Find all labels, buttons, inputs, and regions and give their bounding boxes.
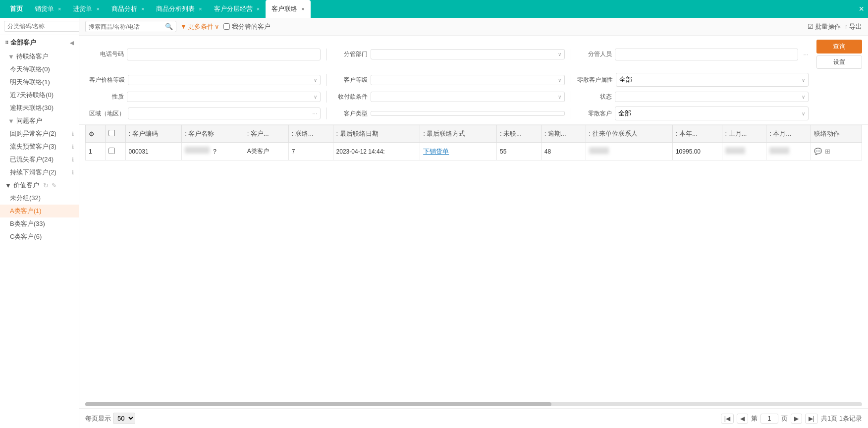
prev-page-btn[interactable]: ◀	[737, 414, 748, 424]
total-records: 共1页 1条记录	[821, 414, 862, 423]
close-purchase-tab[interactable]: ×	[96, 6, 99, 12]
person-more-icon[interactable]: ···	[803, 51, 809, 58]
person-input[interactable]	[615, 49, 798, 60]
status-select[interactable]: ∨	[615, 92, 809, 102]
info-icon-3: ℹ	[72, 157, 74, 163]
region-dots-icon[interactable]: ···	[312, 110, 317, 117]
customer-type-select[interactable]	[371, 111, 564, 116]
select-all-checkbox[interactable]	[108, 130, 115, 136]
retail-customer-arrow: ∨	[802, 111, 805, 116]
row-checkbox[interactable]	[108, 148, 115, 154]
sidebar-value-header[interactable]: ▼ 价值客户 ↻ ✎	[0, 179, 79, 192]
sidebar-item-repurchase[interactable]: 回购异常客户(2) ℹ	[0, 127, 79, 140]
nature-select[interactable]: ∨	[127, 92, 321, 102]
sidebar-item-class-a[interactable]: A类客户(1)	[0, 205, 79, 217]
retail-attr-select[interactable]: 全部 ∨	[616, 73, 809, 87]
price-level-select[interactable]: ∨	[128, 75, 321, 85]
close-sales-tab[interactable]: ×	[58, 6, 61, 12]
sidebar-all-customers[interactable]: ⠿ 全部客户 ◀	[0, 35, 79, 50]
col-gear[interactable]: ⚙	[86, 125, 106, 143]
col-uncontact: : 未联...	[497, 125, 542, 143]
content-area: 🔍 ▼ 更多条件 ∨ 我分管的客户 ☑ 批量操作 ↑ 导出	[79, 18, 868, 428]
sidebar-search-area: 🔍	[0, 18, 79, 35]
filter-region: 区域（地区） ···	[85, 107, 325, 119]
gear-icon[interactable]: ⚙	[89, 130, 95, 138]
cell-checkbox[interactable]	[105, 143, 125, 160]
close-product-tab[interactable]: ×	[141, 6, 144, 12]
col-checkbox[interactable]	[105, 125, 125, 143]
filter-phone: 电话号码	[85, 49, 325, 60]
nav-tab-purchase[interactable]: 进货单 ×	[67, 0, 105, 18]
customer-level-select[interactable]: ∨	[371, 75, 564, 85]
settings-button[interactable]: 设置	[816, 55, 862, 69]
retail-customer-select[interactable]: 全部 ∨	[615, 107, 809, 120]
action-icons: 💬 ⊞	[814, 148, 859, 155]
nav-tab-product-list[interactable]: 商品分析列表 ×	[150, 0, 208, 18]
info-icon-1: ℹ	[72, 131, 74, 137]
main-search-icon[interactable]: 🔍	[165, 23, 173, 30]
last-month-blurred	[725, 147, 745, 154]
top-navigation: 首页 销货单 × 进货单 × 商品分析 × 商品分析列表 × 客户分层经营 × …	[0, 0, 868, 18]
sidebar-problem-header[interactable]: ▼ 问题客户	[0, 114, 79, 127]
batch-op-btn[interactable]: ☑ 批量操作	[808, 22, 841, 31]
export-btn[interactable]: ↑ 导出	[845, 22, 863, 31]
sidebar-item-churn-warning[interactable]: 流失预警客户(3) ℹ	[0, 140, 79, 153]
sidebar-search-input[interactable]	[4, 21, 79, 32]
per-page-select[interactable]: 50	[113, 413, 135, 424]
query-button[interactable]: 查询	[816, 40, 862, 54]
filter-status: 状态 ∨	[573, 92, 813, 102]
status-label: 状态	[577, 93, 612, 101]
sidebar-item-declining[interactable]: 持续下滑客户(2) ℹ	[0, 166, 79, 179]
sidebar-item-class-b[interactable]: B类客户(33)	[0, 217, 79, 230]
arrow-down-icon: ▼	[8, 53, 14, 60]
nav-tab-product-analysis[interactable]: 商品分析 ×	[106, 0, 150, 18]
dept-select[interactable]: ∨	[371, 49, 564, 59]
cell-index: 1	[86, 143, 106, 160]
arrow-down-icon-2: ▼	[8, 117, 14, 125]
col-last-method: : 最后联络方式	[420, 125, 497, 143]
cell-action: 💬 ⊞	[811, 143, 862, 160]
refresh-icon[interactable]: ↻	[43, 182, 49, 189]
region-select[interactable]: ···	[128, 107, 321, 119]
message-icon[interactable]: 💬	[814, 148, 822, 155]
close-customer-contact-tab[interactable]: ×	[301, 6, 304, 12]
price-level-label: 客户价格等级	[89, 76, 125, 84]
nav-tab-sales[interactable]: 销货单 ×	[29, 0, 67, 18]
cell-last-method[interactable]: 下销货单	[420, 143, 497, 160]
pagination-controls: |◀ ◀ 第 页 ▶ ▶| 共1页 1条记录	[721, 414, 862, 424]
sidebar-item-week[interactable]: 近7天待联络(0)	[0, 89, 79, 102]
nav-tab-customer-contact[interactable]: 客户联络 ×	[266, 0, 310, 18]
filter-row-3: 性质 ∨ 收付款条件 ∨ 状态	[85, 91, 862, 103]
payment-select[interactable]: ∨	[371, 92, 564, 102]
main-search-input[interactable]	[89, 23, 163, 30]
sidebar-item-unclassified[interactable]: 未分组(32)	[0, 192, 79, 205]
sidebar-item-tomorrow[interactable]: 明天待联络(1)	[0, 76, 79, 89]
last-page-btn[interactable]: ▶|	[805, 414, 818, 424]
customer-level-arrow: ∨	[558, 77, 561, 83]
arrow-down-icon-3: ▼	[5, 182, 11, 189]
close-customer-tier-tab[interactable]: ×	[257, 6, 260, 12]
next-page-btn[interactable]: ▶	[791, 414, 802, 424]
my-customers-check[interactable]	[223, 23, 230, 30]
qr-icon[interactable]: ⊞	[825, 148, 830, 155]
sidebar-pending-header[interactable]: ▼ 待联络客户	[0, 50, 79, 63]
phone-input[interactable]	[127, 49, 321, 60]
nav-tab-customer-tier[interactable]: 客户分层经营 ×	[208, 0, 266, 18]
close-product-list-tab[interactable]: ×	[199, 6, 202, 12]
edit-icon[interactable]: ✎	[52, 182, 57, 189]
sidebar-item-churned[interactable]: 已流失客户(24) ℹ	[0, 153, 79, 166]
more-filters-btn[interactable]: ▼ 更多条件 ∨	[180, 22, 219, 31]
horizontal-scrollbar-thumb[interactable]	[85, 402, 551, 406]
extended-filters: 电话号码 分管部门 ∨ 分管人员 ···	[79, 36, 868, 125]
nav-tab-home[interactable]: 首页	[4, 0, 29, 18]
last-method-link[interactable]: 下销货单	[423, 148, 449, 155]
close-all-tabs[interactable]: ×	[859, 4, 864, 14]
retail-attr-arrow: ∨	[802, 77, 805, 83]
sidebar-item-overdue[interactable]: 逾期未联络(30)	[0, 102, 79, 114]
page-number-input[interactable]	[760, 414, 778, 424]
first-page-btn[interactable]: |◀	[721, 414, 734, 424]
sidebar-item-today[interactable]: 今天待联络(0)	[0, 63, 79, 76]
sidebar-item-class-c[interactable]: C类客户(6)	[0, 230, 79, 243]
data-table: ⚙ : 客户编码 : 客户名称 : 客户... : 联络... : 最后联络日期…	[85, 125, 862, 160]
my-customers-checkbox[interactable]: 我分管的客户	[223, 22, 271, 31]
